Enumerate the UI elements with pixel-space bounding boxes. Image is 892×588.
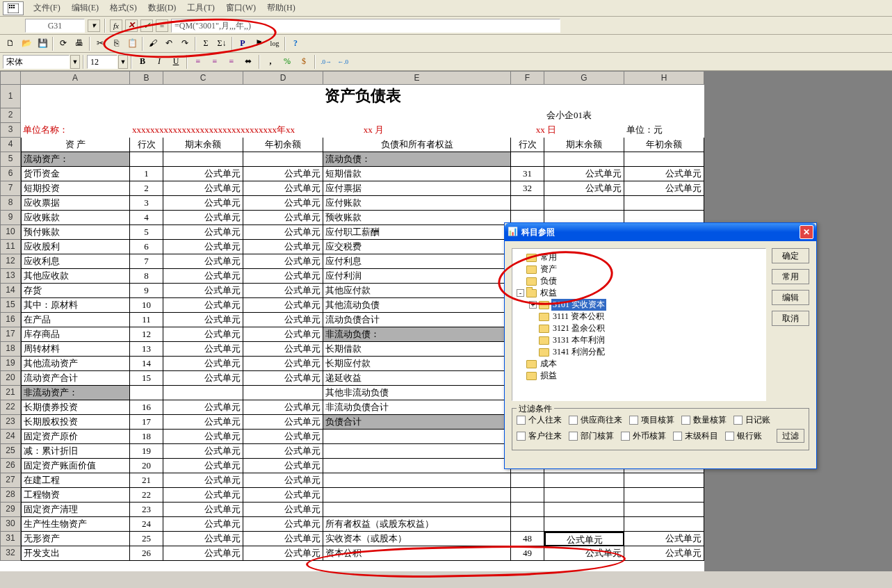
cell[interactable]: xx 日: [525, 123, 558, 138]
cell[interactable]: [323, 459, 511, 473]
cell[interactable]: 年初余额: [624, 138, 704, 152]
cell[interactable]: 公式单元: [243, 240, 323, 254]
row-header[interactable]: 24: [0, 430, 21, 444]
close-icon[interactable]: ✕: [800, 225, 813, 239]
cell[interactable]: 公式单元: [243, 196, 323, 211]
formula-input[interactable]: =QM("3001",月,,,年,,): [171, 19, 560, 33]
font-size-dropdown-icon[interactable]: ▼: [118, 55, 128, 69]
cell[interactable]: 其他非流动负债: [323, 386, 511, 400]
row-header[interactable]: 5: [0, 152, 21, 167]
row-header[interactable]: 16: [0, 313, 21, 327]
cell[interactable]: 10: [130, 298, 163, 313]
cell[interactable]: 固定资产原价: [21, 430, 130, 444]
cell[interactable]: 公式单元: [624, 532, 704, 546]
comma-icon[interactable]: ,: [263, 54, 278, 70]
dialog-编辑-button[interactable]: 编辑: [772, 290, 809, 305]
cell[interactable]: 公式单元: [163, 211, 243, 225]
refresh-icon[interactable]: ⟳: [56, 36, 71, 51]
cell[interactable]: 流动负债合计: [323, 313, 511, 327]
checkbox[interactable]: [673, 432, 682, 441]
cell[interactable]: 公式单元: [243, 254, 323, 269]
cell[interactable]: [544, 488, 624, 503]
cell[interactable]: 其他应收款: [21, 269, 130, 284]
cell[interactable]: 公式单元: [243, 357, 323, 371]
cell[interactable]: 23: [130, 503, 163, 517]
cell[interactable]: 开发支出: [21, 546, 130, 561]
cell[interactable]: 预收账款: [323, 211, 511, 225]
cell[interactable]: 公式单元: [163, 225, 243, 240]
cell[interactable]: [243, 386, 323, 400]
cell[interactable]: [624, 108, 704, 123]
cell[interactable]: [243, 152, 323, 167]
checkbox[interactable]: [569, 432, 578, 441]
checkbox[interactable]: [621, 432, 630, 441]
cell[interactable]: 公式单元: [544, 167, 624, 181]
col-header-A[interactable]: A: [21, 71, 130, 85]
cell[interactable]: 1: [130, 167, 163, 181]
cell[interactable]: 公式单元: [163, 459, 243, 473]
cell[interactable]: 非流动资产：: [21, 386, 130, 400]
cell[interactable]: 长期债券投资: [21, 400, 130, 415]
cell[interactable]: 19: [130, 444, 163, 459]
cell[interactable]: 公式单元: [544, 532, 624, 546]
accept-formula-icon[interactable]: ✓: [140, 19, 153, 32]
cell[interactable]: 20: [130, 459, 163, 473]
row-header[interactable]: 29: [0, 503, 21, 517]
row-header[interactable]: 28: [0, 488, 21, 503]
cell[interactable]: 公式单元: [243, 488, 323, 503]
cell[interactable]: [323, 108, 511, 123]
flag-icon[interactable]: ⚑: [251, 36, 266, 51]
cell[interactable]: [544, 152, 624, 167]
cell[interactable]: 非流动负债合计: [323, 400, 511, 415]
cell[interactable]: 应收票据: [21, 196, 130, 211]
row-header[interactable]: 27: [0, 473, 21, 488]
cell[interactable]: 公式单元: [163, 167, 243, 181]
cell[interactable]: 22: [130, 488, 163, 503]
paste-icon[interactable]: 📋: [124, 36, 140, 51]
cell[interactable]: 25: [130, 532, 163, 546]
row-header[interactable]: 7: [0, 181, 21, 196]
cell[interactable]: [544, 196, 624, 211]
decimal-inc-icon[interactable]: .0→: [318, 54, 334, 70]
cell[interactable]: [544, 503, 624, 517]
cell[interactable]: 11: [130, 313, 163, 327]
cell[interactable]: 其他流动负债: [323, 298, 511, 313]
undo-icon[interactable]: ↶: [161, 36, 177, 51]
checkbox[interactable]: [681, 416, 690, 425]
cell[interactable]: [544, 517, 624, 532]
menu-数据(D)[interactable]: 数据(D): [143, 0, 182, 16]
cell[interactable]: 所有者权益（或股东权益）: [323, 517, 511, 532]
cell[interactable]: 31: [511, 167, 544, 181]
cancel-formula-icon[interactable]: ✕: [125, 19, 138, 32]
cell[interactable]: 单位名称：: [21, 123, 130, 138]
cell[interactable]: 24: [130, 517, 163, 532]
cell[interactable]: 负债合计: [323, 415, 511, 430]
cell[interactable]: [624, 152, 704, 167]
cell[interactable]: 公式单元: [163, 532, 243, 546]
row-header[interactable]: 4: [0, 138, 21, 152]
cell[interactable]: 应交税费: [323, 240, 511, 254]
cell[interactable]: [624, 473, 704, 488]
cell[interactable]: 固定资产账面价值: [21, 459, 130, 473]
cell[interactable]: 减：累计折旧: [21, 444, 130, 459]
cell[interactable]: 非流动负债：: [323, 327, 511, 342]
cell[interactable]: 公式单元: [163, 371, 243, 386]
cell[interactable]: 公式单元: [243, 284, 323, 298]
tree-node[interactable]: 3121 盈余公积: [515, 322, 763, 334]
p-icon[interactable]: P: [235, 36, 250, 51]
cell[interactable]: 行次: [130, 138, 163, 152]
cell[interactable]: 其他应付款: [323, 284, 511, 298]
cell[interactable]: 公式单元: [163, 284, 243, 298]
cell[interactable]: 单位：元: [624, 123, 704, 138]
checkbox[interactable]: [517, 432, 526, 441]
cell[interactable]: 公式单元: [243, 313, 323, 327]
row-header[interactable]: 15: [0, 298, 21, 313]
cell[interactable]: 公式单元: [243, 371, 323, 386]
cell[interactable]: 公式单元: [163, 327, 243, 342]
cell[interactable]: 公式单元: [243, 225, 323, 240]
tree-node[interactable]: 负债: [515, 275, 763, 287]
cell[interactable]: 2: [130, 181, 163, 196]
cell[interactable]: 5: [130, 225, 163, 240]
row-header[interactable]: 25: [0, 444, 21, 459]
checkbox[interactable]: [569, 416, 578, 425]
